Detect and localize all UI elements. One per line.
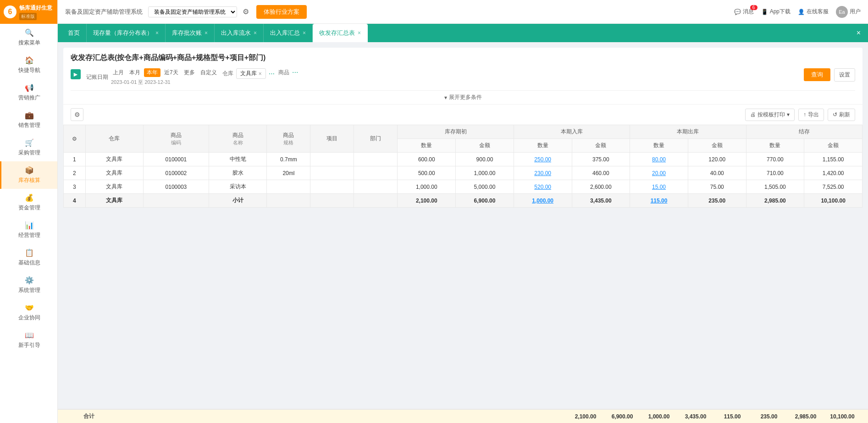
page-header: 收发存汇总表(按仓库+商品编码+商品+规格型号+项目+部门) ► 记账日期 上月… [63, 48, 862, 104]
messages-button[interactable]: 💬 消息 6 [734, 8, 754, 16]
tab-inout-summary[interactable]: 出入库汇总 × [264, 24, 313, 42]
cell-in-qty: 520.00 [514, 180, 572, 194]
sidebar-item-quick-nav[interactable]: 🏠 快捷导航 [0, 51, 57, 79]
warehouse-filter-item: 仓库 文具库 × ··· [222, 68, 275, 79]
out-qty-link[interactable]: 115.00 [651, 198, 668, 204]
gear-icon[interactable]: ⚙ [243, 7, 249, 16]
th-opening-amt: 金额 [456, 139, 514, 153]
cell-name: 小计 [209, 194, 267, 208]
th-out-qty: 数量 [630, 139, 688, 153]
setting-button[interactable]: 设置 [834, 68, 855, 82]
cell-bal-amt: 7,525.00 [804, 180, 862, 194]
sidebar-item-sales[interactable]: 💼 销售管理 [0, 106, 57, 134]
date-btn-custom[interactable]: 自定义 [199, 68, 219, 77]
table-row: 4 文具库 小计 2,100.00 6,900.00 1,000.00 3,43… [64, 194, 862, 208]
try-button[interactable]: 体验行业方案 [256, 5, 307, 19]
tab-stock-dist-close[interactable]: × [155, 30, 159, 36]
warehouse-tag-remove[interactable]: × [259, 71, 262, 77]
th-balance-amt: 金额 [804, 139, 862, 153]
th-warehouse: 仓库 [85, 125, 144, 153]
total-in-amt: 3,435.00 [677, 413, 714, 420]
export-button[interactable]: ↑ 导出 [798, 109, 824, 121]
cell-warehouse: 文具库 [85, 180, 144, 194]
sidebar-item-finance[interactable]: 💰 资金管理 [0, 189, 57, 216]
query-button[interactable]: 查询 [804, 68, 830, 81]
date-btn-this-month[interactable]: 本月 [127, 68, 142, 77]
table-settings-icon[interactable]: ⚙ [71, 108, 83, 121]
out-qty-link[interactable]: 20.00 [652, 170, 666, 176]
data-table-wrapper: ⚙ 仓库 商品编码 商品名称 商品规格 项目 部门 库存期初 本期入库 本期出库… [63, 125, 862, 208]
bottom-total-bar: 合计 2,100.00 6,900.00 1,000.00 3,435.00 1… [58, 409, 868, 423]
warehouse-tag[interactable]: 文具库 × [236, 68, 266, 79]
expand-filter-button[interactable]: ► [71, 69, 81, 79]
tab-inout-flow[interactable]: 出入库流水 × [215, 24, 264, 42]
sidebar-item-inventory[interactable]: 📦 库存核算 [0, 161, 57, 189]
in-qty-link[interactable]: 1,000.00 [532, 198, 553, 204]
th-opening-qty: 数量 [398, 139, 456, 153]
cell-code: 0100003 [144, 180, 209, 194]
sidebar-item-search[interactable]: 🔍 搜索菜单 [0, 24, 57, 51]
logo-icon: 6 [4, 5, 17, 18]
cell-dept [354, 153, 398, 166]
sidebar-item-newbie[interactable]: 📖 新手引导 [0, 326, 57, 354]
th-out-amt: 金额 [688, 139, 746, 153]
tab-recv-send-close[interactable]: × [358, 30, 361, 36]
enterprise-icon: 🤝 [25, 303, 34, 312]
tab-batch-close[interactable]: × [205, 30, 208, 36]
tab-recv-send[interactable]: 收发存汇总表 × [313, 24, 368, 42]
expand-more-conditions[interactable]: ▾ 展开更多条件 [71, 90, 855, 104]
cell-warehouse: 文具库 [85, 153, 144, 166]
tab-home[interactable]: 首页 [61, 24, 87, 42]
tab-inout-summary-close[interactable]: × [303, 30, 306, 36]
in-qty-link[interactable]: 230.00 [534, 170, 551, 176]
sidebar-item-purchase[interactable]: 🛒 采购管理 [0, 134, 57, 161]
cell-name: 胶水 [209, 166, 267, 180]
cell-open-amt: 5,000.00 [456, 180, 514, 194]
system-select[interactable]: 装备及固定资产辅助管理系统 [148, 6, 237, 17]
app-download-button[interactable]: 📱 App下载 [761, 8, 791, 16]
in-qty-link[interactable]: 520.00 [534, 184, 551, 190]
purchase-icon: 🛒 [25, 138, 34, 147]
goods-filter-dots[interactable]: ··· [292, 68, 298, 77]
date-btn-this-year[interactable]: 本年 [144, 68, 160, 77]
th-out: 本期出库 [630, 125, 746, 139]
refresh-button[interactable]: ↺ 刷新 [828, 109, 855, 121]
date-btn-7days[interactable]: 近7天 [162, 68, 180, 77]
th-settings[interactable]: ⚙ [64, 125, 86, 153]
tab-inout-flow-close[interactable]: × [254, 30, 257, 36]
cell-bal-qty: 2,985.00 [746, 194, 804, 208]
service-button[interactable]: 👤 在线客服 [798, 8, 829, 16]
goods-label: 商品 [278, 69, 289, 77]
date-filter: 上月 本月 本年 近7天 更多 自定义 2023-01-01 至 2023-12… [111, 68, 219, 86]
warehouse-more-dots[interactable]: ··· [269, 70, 275, 78]
table-row: 3 文具库 0100003 采访本 1,000.00 5,000.00 520.… [64, 180, 862, 194]
sidebar-item-marketing[interactable]: 📢 营销推广 [0, 79, 57, 106]
sales-icon: 💼 [25, 111, 34, 120]
main-area: 装备及固定资产辅助管理系统 装备及固定资产辅助管理系统 ⚙ 体验行业方案 💬 消… [58, 0, 868, 423]
print-icon: 🖨 [750, 111, 756, 118]
cell-num: 4 [64, 194, 86, 208]
sidebar-item-basic[interactable]: 📋 基础信息 [0, 244, 57, 271]
print-chevron-icon: ▾ [787, 111, 790, 118]
out-qty-link[interactable]: 15.00 [652, 184, 666, 190]
topbar: 装备及固定资产辅助管理系统 装备及固定资产辅助管理系统 ⚙ 体验行业方案 💬 消… [58, 0, 868, 24]
date-btn-last-month[interactable]: 上月 [111, 68, 126, 77]
sidebar-item-enterprise[interactable]: 🤝 企业协同 [0, 299, 57, 326]
in-qty-link[interactable]: 250.00 [534, 156, 551, 163]
cell-in-amt: 460.00 [572, 166, 630, 180]
date-label: 记账日期 [86, 73, 108, 81]
cell-open-qty: 1,000.00 [398, 180, 456, 194]
user-button[interactable]: Ea 用户 [836, 6, 861, 18]
cell-out-qty: 20.00 [630, 166, 688, 180]
out-qty-link[interactable]: 80.00 [652, 156, 666, 163]
tabbar-close-all[interactable]: × [853, 29, 864, 37]
sidebar-item-operations[interactable]: 📊 经营管理 [0, 216, 57, 244]
print-button[interactable]: 🖨 按模板打印 ▾ [745, 109, 795, 121]
cell-out-amt: 75.00 [688, 180, 746, 194]
tab-stock-dist[interactable]: 现存量（库存分布表） × [87, 24, 166, 42]
cell-dept [354, 194, 398, 208]
tab-batch[interactable]: 库存批次账 × [166, 24, 215, 42]
date-btn-more[interactable]: 更多 [182, 68, 197, 77]
cell-open-amt: 6,900.00 [456, 194, 514, 208]
sidebar-item-system[interactable]: ⚙️ 系统管理 [0, 271, 57, 299]
